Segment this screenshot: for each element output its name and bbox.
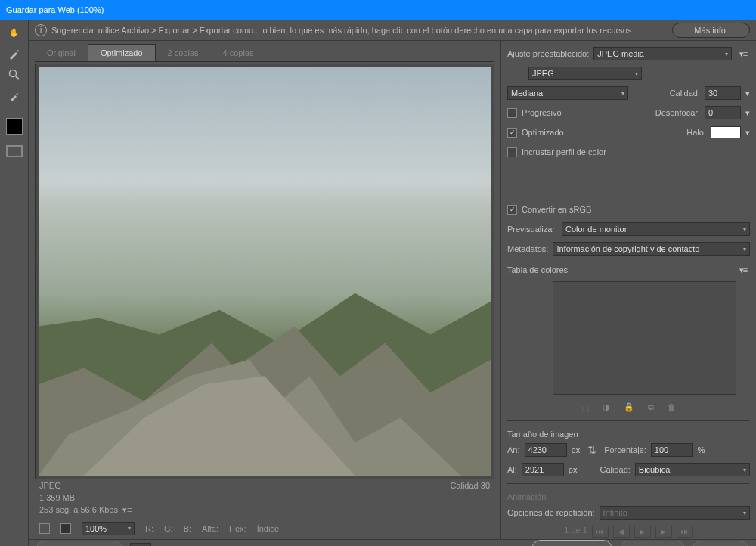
readout-indice: Índice: [257, 524, 281, 533]
previsualizar-button[interactable]: Previsualizar... [36, 541, 122, 546]
svg-point-0 [9, 70, 16, 77]
time-menu-icon[interactable]: ▾≡ [122, 505, 132, 515]
slice-visibility-icon[interactable] [39, 523, 50, 534]
settings-panel: Ajuste preestablecido: JPEG media▾ ▾≡ JP… [500, 41, 756, 539]
animation-controls: 1 de 1 ⏮ ◀ ▶ ▶ ⏭ [507, 524, 750, 539]
first-frame-icon: ⏮ [592, 526, 609, 538]
link-icon[interactable]: ⇅ [587, 444, 596, 456]
preview-tabs: Original Optimizado 2 copias 4 copias [35, 44, 494, 62]
foreground-color-swatch[interactable] [6, 118, 23, 135]
status-bar: 100%▾ R: G: B: Alfa: Hex: Índice: [35, 517, 494, 539]
progresivo-label: Progresivo [522, 108, 562, 117]
window-title: Guardar para Web (100%) [6, 5, 104, 14]
halo-menu-icon[interactable]: ▾ [745, 128, 750, 138]
halo-color[interactable] [711, 126, 741, 138]
preset-label: Ajuste preestablecido: [507, 49, 589, 58]
frame-counter: 1 de 1 [564, 526, 587, 538]
last-frame-icon: ⏭ [677, 526, 693, 538]
preset-select[interactable]: JPEG media▾ [593, 47, 732, 60]
metadatos-label: Metadatos: [507, 244, 548, 253]
next-frame-icon: ▶ [655, 526, 672, 538]
titlebar: Guardar para Web (100%) [0, 0, 756, 20]
an-label: An: [507, 445, 520, 454]
percent-input[interactable]: 100 [651, 443, 693, 457]
ct-new-icon[interactable]: ⧉ [648, 402, 654, 412]
ct-icon-2[interactable]: ◑ [603, 402, 610, 412]
lock-icon[interactable]: 🔒 [624, 402, 634, 412]
tab-original[interactable]: Original [35, 45, 88, 61]
svg-line-1 [16, 76, 19, 79]
info-size: 1,359 MB [39, 493, 75, 502]
format-select[interactable]: JPEG▾ [528, 67, 642, 80]
pct-label: % [698, 445, 705, 454]
readout-b: B: [184, 524, 191, 533]
optimizado-label: Optimizado [522, 128, 564, 137]
zoom-tool-icon[interactable] [5, 67, 23, 83]
more-info-button[interactable]: Más info. [672, 23, 750, 38]
desenfocar-slider-icon[interactable]: ▾ [745, 108, 750, 118]
px-label-1: px [572, 445, 581, 454]
color-table-icons: ⬚ ◑ 🔒 ⧉ 🗑 [507, 399, 750, 415]
tab-optimizado[interactable]: Optimizado [88, 44, 156, 61]
preview-info-time: 253 seg. a 56,6 Kbps ▾≡ [35, 504, 494, 517]
browser-select[interactable]: ▾ [130, 543, 151, 547]
calidad-label: Calidad: [670, 88, 700, 98]
hecho-button[interactable]: Hecho [692, 541, 748, 546]
ct-icon-1[interactable]: ⬚ [581, 402, 589, 412]
px-label-2: px [569, 465, 578, 474]
srgb-checkbox[interactable] [507, 205, 517, 215]
quality-mode-select[interactable]: Mediana▾ [507, 86, 628, 100]
tabla-menu-icon[interactable]: ▾≡ [736, 265, 750, 275]
desenfocar-input[interactable]: 0 [705, 106, 741, 119]
guardar-button[interactable]: Guardar... [531, 540, 612, 546]
slice-tool-icon[interactable] [5, 45, 23, 62]
width-input[interactable]: 4230 [525, 443, 567, 457]
readout-alfa: Alfa: [202, 524, 218, 533]
desenfocar-label: Desenfocar: [655, 108, 700, 117]
zoom-select[interactable]: 100%▾ [82, 522, 135, 535]
color-table[interactable] [553, 281, 736, 395]
panel-menu-icon[interactable]: ▾≡ [736, 49, 750, 59]
porcentaje-label: Porcentaje: [604, 445, 646, 454]
info-time: 253 seg. a 56,6 Kbps [39, 505, 118, 515]
incrustar-label: Incrustar perfil de color [522, 147, 606, 157]
metadatos-select[interactable]: Información de copyright y de contacto▾ [553, 242, 750, 256]
cancelar-button[interactable]: Cancelar [620, 541, 685, 546]
readout-r: R: [145, 524, 153, 533]
preview-info-size: 1,359 MB [35, 492, 494, 504]
tamano-header: Tamaño de imagen [507, 427, 750, 439]
resample-select[interactable]: Bicúbica▾ [635, 463, 750, 476]
dialog-footer: Previsualizar... ▾ Guardar... Cancelar H… [29, 539, 756, 546]
height-input[interactable]: 2921 [522, 463, 564, 476]
previsualizar-select[interactable]: Color de monitor▾ [562, 222, 750, 236]
hint-bar: i Sugerencia: utilice Archivo > Exportar… [29, 20, 756, 41]
readout-g: G: [164, 524, 173, 533]
preview-info-format: JPEG Calidad 30 [35, 479, 494, 492]
trash-icon[interactable]: 🗑 [668, 402, 676, 412]
play-icon: ▶ [634, 526, 651, 538]
incrustar-checkbox[interactable] [507, 147, 517, 157]
anim-header: Animación [507, 489, 750, 501]
hint-text: Sugerencia: utilice Archivo > Exportar >… [51, 26, 668, 35]
opciones-label: Opciones de repetición: [507, 508, 595, 517]
tab-4copias[interactable]: 4 copias [211, 45, 266, 61]
toggle-slices-icon[interactable] [6, 145, 23, 157]
info-quality: Calidad 30 [450, 481, 490, 490]
hand-tool-icon[interactable]: ✋ [5, 24, 23, 41]
loop-select: Infinito▾ [600, 506, 750, 520]
al-label: Al: [507, 465, 517, 474]
slice-select-icon[interactable] [60, 523, 71, 534]
eyedropper-tool-icon[interactable] [5, 88, 23, 104]
tool-strip: ✋ [0, 20, 29, 546]
progresivo-checkbox[interactable] [507, 108, 517, 118]
preview-canvas[interactable] [35, 64, 494, 479]
readout-hex: Hex: [229, 524, 246, 533]
optimizado-checkbox[interactable] [507, 128, 517, 138]
calidad-input[interactable]: 30 [705, 86, 741, 100]
info-icon: i [35, 24, 47, 36]
srgb-label: Convertir en sRGB [522, 205, 591, 214]
tab-2copias[interactable]: 2 copias [156, 45, 211, 61]
calidad-slider-icon[interactable]: ▾ [745, 88, 750, 98]
calidad2-label: Calidad: [600, 465, 630, 474]
info-format: JPEG [39, 481, 61, 490]
